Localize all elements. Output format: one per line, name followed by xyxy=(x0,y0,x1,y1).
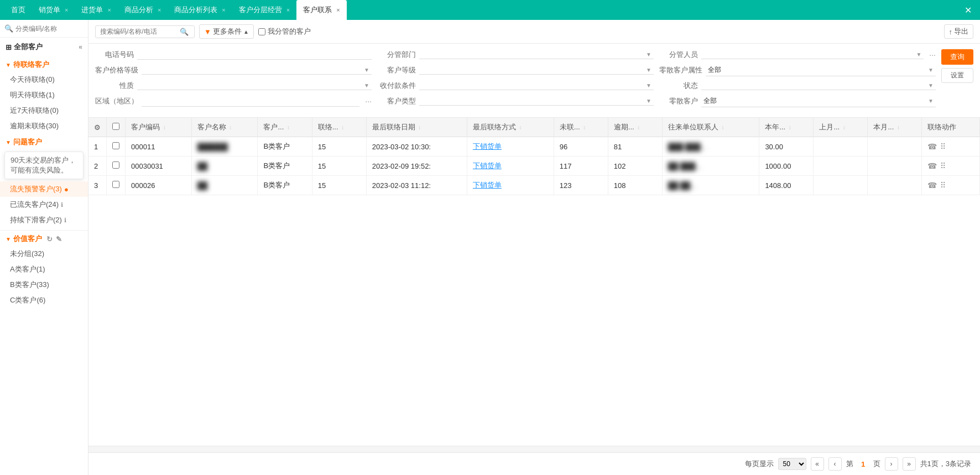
section-pending-arrow: ▼ xyxy=(6,62,11,68)
nature-arrow: ▼ xyxy=(364,82,369,88)
nav-customer-layered-close[interactable]: × xyxy=(286,0,290,20)
sidebar-search-input[interactable] xyxy=(15,25,88,33)
last-method-link[interactable]: 下销货单 xyxy=(473,181,502,189)
last-method-link[interactable]: 下销货单 xyxy=(473,142,502,150)
churned-info-icon: ℹ xyxy=(61,201,63,208)
next-page-button[interactable]: › xyxy=(885,457,898,471)
col-type[interactable]: 客户... ↕ xyxy=(258,118,312,137)
my-customers-checkbox[interactable] xyxy=(258,28,265,35)
close-all-button[interactable]: ✕ xyxy=(960,2,976,18)
search-button-icon[interactable]: 🔍 xyxy=(180,28,189,36)
phone-input[interactable] xyxy=(139,50,369,58)
chevron-up-icon: ▲ xyxy=(243,29,249,35)
col-this-month[interactable]: 本月... ↕ xyxy=(868,118,922,137)
status-select[interactable]: ▼ xyxy=(701,81,936,90)
sidebar-all-customers[interactable]: ⊞ 全部客户 « xyxy=(0,38,88,56)
cell-this-month xyxy=(868,176,922,195)
col-last-month[interactable]: 上月... ↕ xyxy=(814,118,868,137)
col-overdue[interactable]: 逾期... ↕ xyxy=(608,118,662,137)
action-contact-icon[interactable]: ☎ xyxy=(927,181,937,190)
sidebar-item-7days-contact[interactable]: 近7天待联络(0) xyxy=(0,103,88,118)
action-more-icon[interactable]: ⠿ xyxy=(940,161,946,170)
nav-customer-contact[interactable]: 客户联系 × xyxy=(296,0,346,20)
export-button[interactable]: ↑ 导出 xyxy=(944,24,974,39)
col-last-method[interactable]: 最后联络方式 ↕ xyxy=(467,118,554,137)
row-checkbox[interactable] xyxy=(112,161,119,169)
price-level-arrow: ▼ xyxy=(364,67,369,73)
filter-row-4: 区域（地区） ··· 客户类型 ▼ 零散客户 全部 xyxy=(95,95,936,107)
nav-home[interactable]: 首页 xyxy=(4,0,32,20)
retail-customer-select[interactable]: 全部 ▼ xyxy=(701,95,936,107)
nav-product-analysis-close[interactable]: × xyxy=(158,0,161,20)
export-icon: ↑ xyxy=(949,28,953,36)
search-input[interactable] xyxy=(100,28,178,35)
bottom-scrollbar[interactable] xyxy=(88,446,980,452)
nav-purchase-order[interactable]: 进货单 × xyxy=(75,0,117,20)
per-page-select[interactable]: 50 100 200 xyxy=(778,458,806,470)
sidebar-item-ungrouped[interactable]: 未分组(32) xyxy=(0,246,88,262)
retail-attr-select[interactable]: 全部 ▼ xyxy=(706,64,936,76)
price-level-select[interactable]: ▼ xyxy=(142,66,372,75)
cell-type: B类客户 xyxy=(258,137,312,156)
customer-level-select[interactable]: ▼ xyxy=(419,66,654,75)
sidebar-item-today-contact[interactable]: 今天待联络(0) xyxy=(0,72,88,87)
row-checkbox[interactable] xyxy=(112,181,119,188)
nav-sales-order[interactable]: 销货单 × xyxy=(32,0,75,20)
action-more-icon[interactable]: ⠿ xyxy=(940,181,946,190)
refresh-icon[interactable]: ↻ xyxy=(46,235,53,243)
last-method-link[interactable]: 下销货单 xyxy=(473,161,502,170)
last-page-button[interactable]: » xyxy=(903,457,916,471)
col-code[interactable]: 客户编码 ↕ xyxy=(126,118,192,137)
my-customers-checkbox-group: 我分管的客户 xyxy=(258,27,311,36)
dept-select[interactable]: ▼ xyxy=(419,50,654,59)
sort-contact2-icon: ↕ xyxy=(721,124,724,131)
sidebar-item-b-class[interactable]: B类客户(33) xyxy=(0,277,88,293)
cell-code: 00030031 xyxy=(126,156,192,176)
region-input[interactable] xyxy=(144,97,357,105)
action-contact-icon[interactable]: ☎ xyxy=(927,142,937,151)
col-uncontacted[interactable]: 未联... ↕ xyxy=(554,118,608,137)
sidebar-item-churned[interactable]: 已流失客户(24) ℹ xyxy=(0,197,88,212)
select-all-checkbox[interactable] xyxy=(112,123,119,130)
col-contact-count[interactable]: 联络... ↕ xyxy=(312,118,366,137)
action-contact-icon[interactable]: ☎ xyxy=(927,161,937,170)
col-this-year[interactable]: 本年... ↕ xyxy=(759,118,814,137)
cell-index: 2 xyxy=(88,156,107,176)
query-button[interactable]: 查询 xyxy=(941,49,973,65)
nav-product-analysis-list-close[interactable]: × xyxy=(222,0,225,20)
sidebar-item-c-class[interactable]: C类客户(6) xyxy=(0,293,88,308)
manager-select[interactable]: ▼ xyxy=(701,50,924,59)
nav-customer-layered[interactable]: 客户分层经营 × xyxy=(232,0,296,20)
sidebar-item-declining[interactable]: 持续下滑客户(2) ℹ xyxy=(0,212,88,228)
nav-product-analysis[interactable]: 商品分析 × xyxy=(118,0,168,20)
nature-select[interactable]: ▼ xyxy=(137,81,372,90)
manager-dots-button[interactable]: ··· xyxy=(929,50,936,59)
col-last-date[interactable]: 最后联络日期 ↕ xyxy=(366,118,467,137)
phone-input-wrap xyxy=(137,49,372,60)
col-name[interactable]: 客户名称 ↕ xyxy=(191,118,258,137)
action-more-icon[interactable]: ⠿ xyxy=(940,142,946,151)
more-conditions-button[interactable]: ▼ 更多条件 ▲ xyxy=(199,24,254,39)
row-checkbox[interactable] xyxy=(112,142,119,149)
nav-customer-contact-close[interactable]: × xyxy=(336,0,340,20)
section-problem-customers[interactable]: ▼ 问题客户 xyxy=(0,134,88,149)
sidebar-item-overdue-contact[interactable]: 逾期未联络(30) xyxy=(0,118,88,134)
section-pending-contact[interactable]: ▼ 待联络客户 xyxy=(0,56,88,72)
table-settings-icon[interactable]: ⚙ xyxy=(94,123,101,132)
prev-page-button[interactable]: ‹ xyxy=(828,457,842,471)
settings-button[interactable]: 设置 xyxy=(941,68,973,83)
nav-product-analysis-list[interactable]: 商品分析列表 × xyxy=(168,0,232,20)
sidebar-item-tomorrow-contact[interactable]: 明天待联络(1) xyxy=(0,87,88,103)
section-value-customers[interactable]: ▼ 价值客户 ↻ ✎ xyxy=(0,230,88,246)
edit-icon[interactable]: ✎ xyxy=(56,235,62,243)
col-contact2[interactable]: 往来单位联系人 ↕ xyxy=(662,118,759,137)
col-settings[interactable]: ⚙ xyxy=(88,118,107,137)
sidebar-item-a-class[interactable]: A类客户(1) xyxy=(0,262,88,277)
first-page-button[interactable]: « xyxy=(811,457,824,471)
sidebar-item-churn-warning[interactable]: 流失预警客户(3) ● xyxy=(0,181,88,197)
payment-select[interactable]: ▼ xyxy=(419,81,654,90)
nav-purchase-order-close[interactable]: × xyxy=(107,0,111,20)
customer-type-select[interactable]: ▼ xyxy=(419,97,654,106)
region-dots-button[interactable]: ··· xyxy=(365,97,372,106)
nav-sales-order-close[interactable]: × xyxy=(65,0,68,20)
